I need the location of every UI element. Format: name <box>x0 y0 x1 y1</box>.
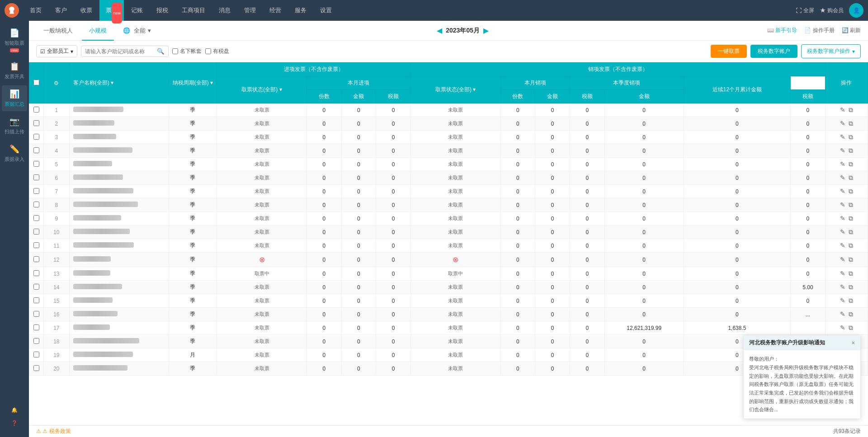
copy-button[interactable]: ⧉ <box>848 283 854 291</box>
edit-button[interactable]: ✎ <box>839 270 846 277</box>
row-checkbox[interactable] <box>33 134 39 140</box>
row-checkbox-cell[interactable] <box>29 348 44 362</box>
row-checkbox[interactable] <box>33 311 39 317</box>
nav-tax[interactable]: 报税 <box>150 0 175 21</box>
refresh-link[interactable]: 🔄 刷新 <box>842 27 861 34</box>
row-checkbox-cell[interactable] <box>29 294 44 308</box>
row-client-name[interactable] <box>69 198 169 212</box>
employee-select[interactable]: ☑ 全部员工 ▾ <box>36 45 77 57</box>
row-client-name[interactable] <box>69 226 169 239</box>
row-client-name[interactable] <box>69 294 169 308</box>
row-checkbox-cell[interactable] <box>29 171 44 185</box>
copy-button[interactable]: ⧉ <box>848 188 854 195</box>
copy-button[interactable]: ⧉ <box>848 201 854 209</box>
sidebar-item-bottom2[interactable]: ❓ <box>2 417 27 430</box>
row-checkbox-cell[interactable] <box>29 239 44 253</box>
sidebar-item-bottom1[interactable]: 🔔 <box>2 404 27 417</box>
user-avatar[interactable]: 👤 <box>849 3 863 18</box>
copy-button[interactable]: ⧉ <box>848 324 854 332</box>
edit-button[interactable]: ✎ <box>839 147 846 154</box>
row-checkbox-cell[interactable] <box>29 144 44 158</box>
row-client-name[interactable] <box>69 281 169 294</box>
row-client-name[interactable] <box>69 267 169 281</box>
row-checkbox[interactable] <box>33 270 39 276</box>
copy-button[interactable]: ⧉ <box>848 133 854 141</box>
row-checkbox[interactable] <box>33 297 39 303</box>
th-tax-quota[interactable]: 纳税周期(全部) ▾ <box>169 63 217 103</box>
nav-manage[interactable]: 管理 <box>238 0 262 21</box>
row-client-name[interactable] <box>69 117 169 131</box>
fullscreen-button[interactable]: 全屏 <box>796 7 814 14</box>
sidebar-item-ticket-entry[interactable]: ✏️ 票据录入 <box>2 141 27 166</box>
row-client-name[interactable] <box>69 212 169 226</box>
prev-month-button[interactable]: ◀ <box>437 26 442 35</box>
row-client-name[interactable] <box>69 253 169 267</box>
copy-button[interactable]: ⧉ <box>848 297 854 305</box>
row-client-name[interactable] <box>69 335 169 348</box>
search-button[interactable]: 🔍 <box>153 46 169 57</box>
downward-accounts-checkbox[interactable]: 名下帐套 <box>172 47 202 55</box>
row-checkbox[interactable] <box>33 188 39 194</box>
row-checkbox-cell[interactable] <box>29 267 44 281</box>
row-checkbox-cell[interactable] <box>29 185 44 198</box>
row-client-name[interactable] <box>69 362 169 376</box>
edit-button[interactable]: ✎ <box>839 215 846 222</box>
new-guide-link[interactable]: 📖 新手引导 <box>767 27 797 34</box>
tab-general-taxpayer[interactable]: 一般纳税人 <box>36 21 80 41</box>
nav-bookkeeping[interactable]: 记账 <box>125 0 149 21</box>
row-checkbox[interactable] <box>33 161 39 167</box>
next-month-button[interactable]: ▶ <box>483 26 489 35</box>
row-client-name[interactable] <box>69 185 169 198</box>
tax-digital-account-button[interactable]: 税务数字账户 <box>750 45 797 58</box>
row-checkbox[interactable] <box>33 107 39 113</box>
nav-settings[interactable]: 设置 <box>314 0 338 21</box>
row-client-name[interactable] <box>69 308 169 321</box>
row-checkbox-cell[interactable] <box>29 335 44 348</box>
edit-button[interactable]: ✎ <box>839 133 846 141</box>
select-all-checkbox[interactable] <box>33 80 39 85</box>
sidebar-item-invoice-open[interactable]: 📋 发票开具 <box>2 58 27 84</box>
row-client-name[interactable] <box>69 131 169 144</box>
th-client-name[interactable]: 客户名称(全部) ▾ <box>69 63 169 103</box>
row-checkbox[interactable] <box>33 338 39 344</box>
tax-disc-checkbox[interactable]: 有税盘 <box>205 47 229 55</box>
edit-button[interactable]: ✎ <box>839 188 846 195</box>
copy-button[interactable]: ⧉ <box>848 174 854 182</box>
row-checkbox-cell[interactable] <box>29 117 44 131</box>
th-in-ticket-status[interactable]: 取票状态(全部) ▾ <box>217 76 307 103</box>
tax-digital-account-dropdown[interactable]: 税务数字账户操作 ▾ <box>801 44 861 58</box>
tab-small-scale[interactable]: 小规模 <box>82 21 114 41</box>
row-checkbox-cell[interactable] <box>29 281 44 294</box>
row-checkbox-cell[interactable] <box>29 198 44 212</box>
tax-policy-link[interactable]: ⚠ ⚠ 税务政策 <box>36 428 71 435</box>
copy-button[interactable]: ⧉ <box>848 228 854 236</box>
edit-button[interactable]: ✎ <box>839 120 846 127</box>
sidebar-item-smart-ticket[interactable]: 📄 智能取票 new <box>2 24 27 56</box>
row-checkbox[interactable] <box>33 256 39 262</box>
row-checkbox[interactable] <box>33 229 39 235</box>
nav-ticket[interactable]: 票据 new <box>99 0 124 21</box>
nav-service[interactable]: 服务 <box>288 0 313 21</box>
nav-receive[interactable]: 收票 <box>74 0 99 21</box>
th-out-ticket-status[interactable]: 取票状态(全部) ▾ <box>410 76 500 103</box>
edit-button[interactable]: ✎ <box>839 160 846 168</box>
manual-link[interactable]: 📄 操作手册 <box>804 27 834 34</box>
row-checkbox[interactable] <box>33 365 39 371</box>
row-client-name[interactable] <box>69 103 169 117</box>
nav-operation[interactable]: 经营 <box>263 0 288 21</box>
row-checkbox[interactable] <box>33 202 39 207</box>
nav-business[interactable]: 工商项目 <box>175 0 212 21</box>
tab-all-capable[interactable]: 🌐 全能 ▾ <box>116 21 158 41</box>
row-checkbox-cell[interactable] <box>29 321 44 335</box>
row-checkbox[interactable] <box>33 284 39 290</box>
edit-button[interactable]: ✎ <box>839 201 846 208</box>
sidebar-item-scan-upload[interactable]: 📷 扫描上传 <box>2 113 27 139</box>
edit-button[interactable]: ✎ <box>839 310 846 318</box>
nav-message[interactable]: 消息 <box>212 0 237 21</box>
copy-button[interactable]: ⧉ <box>848 147 854 155</box>
row-client-name[interactable] <box>69 171 169 185</box>
search-input[interactable] <box>81 46 153 57</box>
edit-button[interactable]: ✎ <box>839 174 846 181</box>
copy-button[interactable]: ⧉ <box>848 256 854 263</box>
row-client-name[interactable] <box>69 158 169 171</box>
